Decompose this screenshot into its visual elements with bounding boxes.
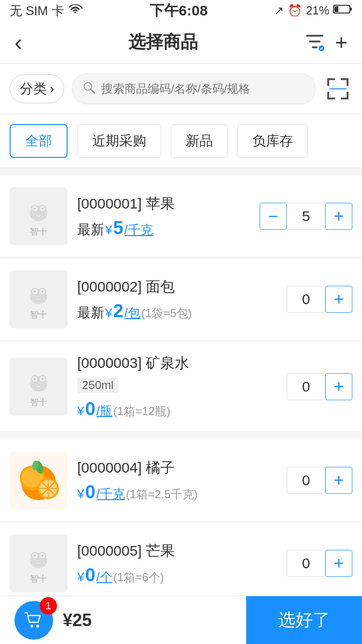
battery-icon bbox=[333, 4, 352, 17]
back-icon: ‹ bbox=[14, 29, 22, 55]
svg-rect-1 bbox=[350, 8, 352, 11]
price-value: 0 bbox=[85, 399, 95, 420]
back-button[interactable]: ‹ bbox=[14, 29, 22, 56]
price-yen: ¥ bbox=[77, 570, 84, 585]
tab-negative[interactable]: 负库存 bbox=[237, 124, 308, 158]
price-yen: ¥ bbox=[105, 223, 112, 238]
quantity-control: 0 + bbox=[287, 286, 352, 313]
svg-rect-14 bbox=[327, 92, 329, 99]
quantity-control: 0 + bbox=[287, 373, 352, 400]
product-image: 智十 bbox=[10, 358, 68, 416]
filter-button[interactable] bbox=[304, 31, 325, 54]
product-info: [0000001] 苹果 最新 ¥ 5 /千克 bbox=[77, 194, 260, 239]
status-left: 无 SIM 卡 bbox=[10, 2, 84, 19]
price-value: 2 bbox=[113, 301, 123, 322]
increase-button[interactable]: + bbox=[325, 550, 352, 577]
bottom-bar: 1 ¥25 选好了 bbox=[0, 596, 362, 644]
owl-placeholder: 智十 bbox=[24, 365, 53, 408]
price-label: 最新 bbox=[77, 304, 104, 322]
alarm-icon: ⏰ bbox=[288, 4, 302, 17]
orange-image bbox=[12, 454, 65, 507]
price-yen: ¥ bbox=[77, 487, 84, 502]
owl-placeholder: 智十 bbox=[24, 542, 53, 585]
price-unit: /千克 bbox=[97, 486, 125, 503]
price-label: 最新 bbox=[77, 221, 104, 239]
cart-icon-wrap[interactable]: 1 bbox=[14, 601, 53, 640]
list-item: 智十 [0000002] 面包 最新 ¥ 2 /包 (1袋=5包) 0 + bbox=[0, 259, 362, 340]
product-spec: 250ml bbox=[77, 378, 118, 393]
product-image bbox=[10, 451, 68, 509]
search-input[interactable] bbox=[101, 82, 306, 96]
svg-point-68 bbox=[36, 625, 39, 628]
scan-button[interactable] bbox=[323, 74, 352, 103]
owl-placeholder: 智十 bbox=[24, 278, 53, 321]
quantity-display: 0 bbox=[287, 467, 325, 494]
product-name: [0000004] 橘子 bbox=[77, 458, 287, 478]
svg-rect-2 bbox=[334, 6, 338, 12]
product-image: 智十 bbox=[10, 534, 68, 592]
product-info: [0000002] 面包 最新 ¥ 2 /包 (1袋=5包) bbox=[77, 277, 287, 322]
increase-button[interactable]: + bbox=[325, 467, 352, 494]
price-note: (1箱=6个) bbox=[113, 570, 164, 585]
product-list: 智十 [0000001] 苹果 最新 ¥ 5 /千克 − 5 + bbox=[0, 176, 362, 644]
status-time: 下午6:08 bbox=[150, 1, 208, 21]
price-unit: /千克 bbox=[125, 222, 153, 238]
increase-button[interactable]: + bbox=[325, 286, 352, 313]
svg-rect-3 bbox=[306, 35, 323, 37]
svg-point-24 bbox=[41, 207, 44, 210]
tab-all[interactable]: 全部 bbox=[10, 124, 68, 158]
list-item: [0000004] 橘子 ¥ 0 /千克 (1箱=2.5千克) 0 + bbox=[0, 440, 362, 521]
svg-rect-5 bbox=[312, 46, 318, 48]
wifi-icon bbox=[69, 3, 84, 18]
cart-total: ¥25 bbox=[63, 610, 92, 630]
list-divider bbox=[0, 168, 362, 176]
status-right: ↗ ⏰ 21% bbox=[274, 4, 352, 17]
category-label: 分类 bbox=[20, 80, 47, 98]
tab-recent[interactable]: 近期采购 bbox=[77, 124, 161, 158]
increase-button[interactable]: + bbox=[325, 203, 352, 230]
price-row: 最新 ¥ 5 /千克 bbox=[77, 218, 260, 239]
increase-button[interactable]: + bbox=[325, 373, 352, 400]
product-image: 智十 bbox=[10, 187, 68, 245]
location-icon: ↗ bbox=[274, 4, 284, 17]
add-button[interactable]: + bbox=[335, 30, 348, 55]
nav-right: + bbox=[304, 30, 348, 55]
price-value: 5 bbox=[113, 218, 123, 238]
quantity-control: − 5 + bbox=[260, 203, 352, 230]
svg-rect-17 bbox=[329, 88, 347, 89]
scan-icon bbox=[325, 76, 350, 101]
filter-bar: 分类 › bbox=[0, 64, 362, 114]
category-button[interactable]: 分类 › bbox=[10, 74, 64, 103]
search-icon bbox=[82, 81, 96, 98]
nav-left: ‹ bbox=[14, 29, 22, 56]
search-box bbox=[72, 73, 316, 104]
tab-new[interactable]: 新品 bbox=[171, 124, 228, 158]
cart-area: 1 ¥25 bbox=[0, 601, 246, 640]
product-name: [0000002] 面包 bbox=[77, 277, 287, 297]
price-row: ¥ 0 /瓶 (1箱=12瓶) bbox=[77, 399, 287, 420]
price-yen: ¥ bbox=[77, 404, 84, 419]
product-name: [0000005] 芒果 bbox=[77, 541, 287, 561]
svg-point-38 bbox=[41, 378, 44, 380]
svg-point-23 bbox=[33, 207, 36, 210]
quantity-control: 0 + bbox=[287, 550, 352, 577]
quantity-display: 0 bbox=[287, 550, 325, 577]
price-note: (1袋=5包) bbox=[141, 306, 192, 321]
svg-rect-16 bbox=[347, 92, 348, 99]
status-bar: 无 SIM 卡 下午6:08 ↗ ⏰ 21% bbox=[0, 0, 362, 21]
quantity-control: 0 + bbox=[287, 467, 352, 494]
decrease-button[interactable]: − bbox=[260, 203, 287, 230]
category-tabs: 全部 近期采购 新品 负库存 bbox=[0, 114, 362, 168]
confirm-button[interactable]: 选好了 bbox=[246, 596, 362, 644]
product-name: [0000003] 矿泉水 bbox=[77, 353, 287, 373]
price-note: (1箱=12瓶) bbox=[113, 404, 170, 419]
carrier-text: 无 SIM 卡 bbox=[10, 2, 64, 19]
battery-text: 21% bbox=[306, 4, 329, 17]
nav-bar: ‹ 选择商品 + bbox=[0, 21, 362, 64]
quantity-display: 0 bbox=[287, 373, 325, 400]
price-unit: /个 bbox=[97, 569, 112, 586]
price-row: 最新 ¥ 2 /包 (1袋=5包) bbox=[77, 301, 287, 322]
svg-point-30 bbox=[33, 290, 36, 293]
list-item: 智十 [0000005] 芒果 ¥ 0 /个 (1箱=6个) 0 + bbox=[0, 523, 362, 604]
cart-badge: 1 bbox=[40, 597, 57, 615]
